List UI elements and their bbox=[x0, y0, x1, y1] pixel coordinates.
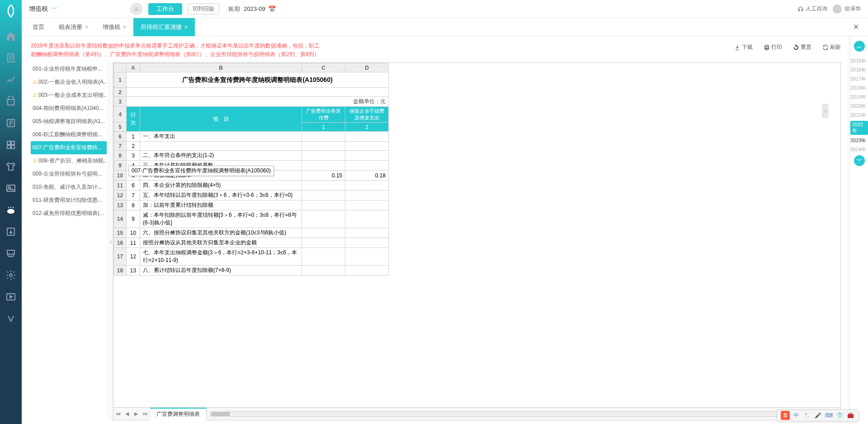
tree-item[interactable]: 009-企业所得税弥补亏损明... bbox=[31, 167, 107, 181]
year-item[interactable]: 2020年 bbox=[850, 103, 868, 110]
tree-item[interactable]: ⚠003-一般企业成本支出明细... bbox=[31, 89, 107, 102]
nav-grid-icon[interactable] bbox=[5, 139, 16, 150]
cell[interactable] bbox=[345, 161, 389, 171]
cell[interactable] bbox=[302, 210, 345, 228]
ime-punct-icon[interactable]: °, bbox=[802, 411, 811, 420]
year-scroll-up[interactable]: ︽ bbox=[854, 41, 865, 52]
cell[interactable] bbox=[345, 181, 389, 191]
tree-item[interactable]: ⚠008-资产折旧、摊销及纳税... bbox=[31, 154, 107, 167]
tab-vat[interactable]: 增值税× bbox=[95, 18, 133, 36]
tree-item[interactable]: 006-职工薪酬纳税调整明细... bbox=[31, 128, 107, 141]
sheet-nav-prev[interactable]: ◀ bbox=[123, 411, 132, 417]
cell[interactable] bbox=[345, 228, 389, 238]
year-item[interactable]: 2016年 bbox=[850, 67, 868, 73]
cell[interactable] bbox=[345, 238, 389, 248]
cell[interactable] bbox=[302, 142, 345, 151]
nav-bag-icon[interactable] bbox=[5, 96, 16, 107]
sheet-nav-first[interactable]: ⏮ bbox=[113, 411, 123, 417]
year-item[interactable]: 2022年 bbox=[850, 121, 868, 135]
period-value[interactable]: 2023-09 bbox=[244, 5, 265, 12]
cell[interactable] bbox=[302, 161, 345, 171]
col-header[interactable]: A bbox=[127, 63, 140, 72]
cell[interactable] bbox=[345, 210, 389, 228]
ime-skin-icon[interactable]: 👕 bbox=[835, 411, 844, 420]
cell[interactable] bbox=[302, 238, 345, 248]
tree-collapse-handle[interactable]: ‹ bbox=[108, 62, 113, 420]
tree-item[interactable]: 005-纳税调整项目明细表(A1... bbox=[31, 115, 107, 128]
ime-mic-icon[interactable]: 🎤 bbox=[813, 411, 822, 420]
close-icon[interactable]: × bbox=[123, 24, 126, 30]
close-all-tabs-button[interactable]: ✕ bbox=[848, 23, 864, 31]
expand-handle[interactable]: › bbox=[822, 104, 828, 118]
year-item[interactable]: 2017年 bbox=[850, 76, 868, 82]
year-item[interactable]: 2021年 bbox=[850, 112, 868, 119]
cell[interactable] bbox=[302, 132, 345, 142]
nav-image-icon[interactable] bbox=[5, 183, 16, 194]
ime-toolbox-icon[interactable]: 🧰 bbox=[846, 411, 855, 420]
nav-steam-icon[interactable] bbox=[5, 205, 16, 215]
tree-item[interactable]: 011-研发费用加计扣除优惠... bbox=[31, 194, 107, 207]
tab-tax-list[interactable]: 税表清册× bbox=[52, 18, 95, 36]
nav-v-icon[interactable] bbox=[5, 313, 16, 324]
cell[interactable] bbox=[345, 132, 389, 142]
tab-income-settle[interactable]: 所得税汇算清缴× bbox=[133, 18, 195, 36]
tree-item[interactable]: 001-企业所得税年度纳税申... bbox=[31, 62, 107, 76]
cell[interactable] bbox=[302, 200, 345, 210]
refresh-button[interactable]: 刷新 bbox=[822, 43, 841, 51]
year-item[interactable]: 2015年 bbox=[850, 57, 868, 64]
col-header[interactable]: B bbox=[140, 63, 302, 72]
cell[interactable]: 0.15 bbox=[302, 171, 345, 181]
horizontal-scrollbar[interactable] bbox=[207, 411, 840, 417]
year-item[interactable]: 2018年 bbox=[850, 85, 868, 91]
close-icon[interactable]: × bbox=[85, 24, 88, 30]
sheet-nav-last[interactable]: ⏭ bbox=[141, 411, 150, 417]
download-button[interactable]: 下载 bbox=[734, 43, 753, 51]
tree-item[interactable]: 012-减免所得税优惠明细表(... bbox=[31, 207, 107, 220]
tree-item[interactable]: ⚠002-一般企业收入明细表(A... bbox=[31, 76, 107, 89]
year-scroll-down[interactable]: ︾ bbox=[854, 155, 865, 166]
nav-play-icon[interactable] bbox=[5, 291, 16, 302]
cell[interactable] bbox=[345, 200, 389, 210]
cell[interactable] bbox=[345, 151, 389, 161]
workbench-button[interactable]: 工作台 bbox=[148, 3, 182, 15]
module-dropdown[interactable]: 增值税 ﹀ bbox=[29, 5, 58, 13]
ime-keyboard-icon[interactable]: ⌨ bbox=[824, 411, 833, 420]
cell[interactable] bbox=[302, 228, 345, 238]
tab-home[interactable]: 首页 bbox=[25, 18, 52, 36]
year-item[interactable]: 2019年 bbox=[850, 94, 868, 100]
close-icon[interactable]: × bbox=[184, 24, 188, 30]
cell[interactable] bbox=[345, 191, 389, 200]
cell[interactable] bbox=[302, 191, 345, 200]
list-view-button[interactable] bbox=[130, 3, 143, 15]
calendar-icon[interactable]: 📅 bbox=[268, 5, 276, 13]
cell[interactable] bbox=[345, 248, 389, 266]
switch-old-button[interactable]: 切到旧版 bbox=[188, 3, 219, 14]
nav-chart-icon[interactable] bbox=[5, 74, 16, 85]
consult-link[interactable]: 人工咨询 bbox=[797, 5, 827, 13]
cell[interactable] bbox=[345, 266, 389, 276]
print-button[interactable]: 打印 bbox=[764, 43, 782, 51]
nav-gear-icon[interactable] bbox=[5, 270, 16, 281]
cell[interactable] bbox=[302, 248, 345, 266]
cell[interactable] bbox=[302, 151, 345, 161]
cell[interactable] bbox=[302, 181, 345, 191]
tree-item[interactable]: 007-广告费和业务宣传费跨... bbox=[31, 141, 107, 154]
year-item[interactable]: 2024年 bbox=[850, 146, 868, 153]
tree-item[interactable]: 004-期间费用明细表(A1040... bbox=[31, 102, 107, 115]
nav-shirt-icon[interactable] bbox=[5, 161, 16, 172]
cell[interactable] bbox=[345, 142, 389, 151]
col-header[interactable]: C bbox=[302, 63, 345, 72]
cell[interactable]: 0.18 bbox=[345, 171, 389, 181]
sheet-tab-active[interactable]: 广宣费调整明细表 bbox=[150, 408, 207, 420]
reset-button[interactable]: 重置 bbox=[793, 43, 811, 51]
nav-form-icon[interactable] bbox=[5, 118, 16, 129]
nav-doc-icon[interactable] bbox=[5, 52, 16, 63]
col-header[interactable]: D bbox=[345, 63, 389, 72]
year-item[interactable]: 2023年 bbox=[850, 137, 868, 144]
nav-export-icon[interactable] bbox=[5, 226, 16, 237]
cell[interactable] bbox=[302, 266, 345, 276]
nav-inbox-icon[interactable] bbox=[5, 248, 16, 259]
tree-item[interactable]: 010-免税、减计收入及加计... bbox=[31, 181, 107, 194]
nav-home-icon[interactable] bbox=[5, 31, 16, 42]
ime-lang-toggle[interactable]: 中 bbox=[792, 411, 801, 420]
